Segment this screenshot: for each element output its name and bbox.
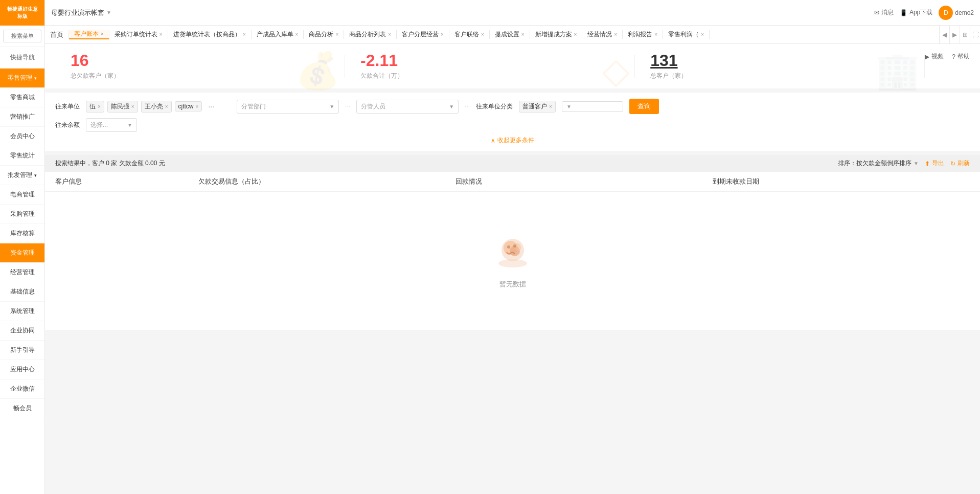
category-dropdown-icon: ▼ [566,104,572,109]
category-tags: 普通客户× [519,101,556,113]
sidebar-logo[interactable]: 畅捷通好生意 标版 [0,0,44,26]
tab-close-retail-profit[interactable]: × [701,32,704,37]
tab-product-analysis-list[interactable]: 商品分析列表× [344,30,397,39]
category-filter-select[interactable]: ▼ [562,101,623,112]
balance-filter-select[interactable]: 选择... ▼ [86,118,137,132]
dept-filter-select[interactable]: 分管部门 ▼ [237,100,339,114]
refresh-button[interactable]: ↻ 刷新 [950,159,970,168]
sidebar-item-finance[interactable]: 资金管理 [0,243,44,263]
tab-arrows: ◀ ▶ ⊞ ⛶ [939,26,980,44]
sidebar-item-inventory[interactable]: 库存核算 [0,224,44,243]
tab-fullscreen[interactable]: ⛶ [970,26,980,44]
user-menu[interactable]: D demo2 [939,6,974,20]
tab-retail-profit[interactable]: 零售利润（× [663,30,710,39]
tab-close-operations-status[interactable]: × [614,32,617,37]
tab-close-product-analysis-list[interactable]: × [388,32,391,37]
sidebar-item-ecommerce[interactable]: 电商管理 [0,185,44,205]
stats-actions: ▶ 视频 ? 帮助 [925,52,970,61]
sidebar-item-vip-member[interactable]: 畅会员 [0,399,44,418]
staff-filter-select[interactable]: 分管人员 ▼ [356,100,459,114]
collapse-button[interactable]: ∧ 收起更多条件 [55,136,970,145]
quick-nav-button[interactable]: 快捷导航 [3,51,41,64]
tab-list: 首页客户账本×采购订单统计表×进货单统计表（按商品）×产成品入库单×商品分析×商… [45,30,939,39]
table-header-col-1: 欠款交易信息（占比） [198,177,455,186]
sidebar-item-operations[interactable]: 经营管理 [0,263,44,282]
tab-home[interactable]: 首页 [45,30,69,39]
tab-customer-book[interactable]: 客户账本× [69,30,109,39]
tab-close-product-analysis[interactable]: × [335,32,338,37]
query-button[interactable]: 查询 [629,99,659,114]
unit-tag-close[interactable]: × [196,104,199,109]
sidebar-item-retail-mall[interactable]: 零售商城 [0,88,44,107]
sidebar-search-area: 搜索菜单 [0,26,44,47]
unit-filter-label: 往来单位 [55,102,80,111]
category-tag: 普通客户× [519,101,556,113]
tab-customer-segment[interactable]: 客户分层经营× [397,30,449,39]
tab-label-operations-status: 经营情况 [587,30,612,39]
tab-close-purchase-order-stats[interactable]: × [159,32,163,37]
tab-close-prompt-settings[interactable]: × [521,32,525,37]
sort-dropdown-icon: ▼ [914,161,919,166]
more-tags-icon[interactable]: ··· [208,102,214,110]
tab-customer-contact[interactable]: 客户联络× [449,30,490,39]
sort-select[interactable]: 排序：按欠款金额倒序排序 ▼ [838,159,919,168]
search-menu-button[interactable]: 搜索菜单 [3,30,41,42]
unit-tag-close[interactable]: × [165,104,168,109]
tab-close-new-solution[interactable]: × [574,32,577,37]
stat3-label: 总客户（家） [650,72,687,80]
export-button[interactable]: ⬆ 导出 [925,159,944,168]
amount-value: 0.00 [145,160,157,167]
tab-close-product-warehousing[interactable]: × [295,32,299,37]
tab-close-purchase-stats-product[interactable]: × [243,32,246,37]
stat-customers-debt: 💰 16 总欠款客户（家） [55,52,345,80]
unit-tag-close[interactable]: × [131,104,134,109]
topbar: 母婴行业演示帐套 ▼ ✉ 消息 📱 App下载 D demo2 [45,0,980,26]
tab-purchase-order-stats[interactable]: 采购订单统计表× [109,30,168,39]
account-name: 母婴行业演示帐套 [51,8,104,17]
message-button[interactable]: ✉ 消息 [874,8,894,17]
tab-close-customer-book[interactable]: × [101,31,104,37]
tab-profit-report[interactable]: 利润报告× [623,30,663,39]
staff-dropdown-icon: ▼ [449,104,454,109]
staff-placeholder: 分管人员 [361,102,385,111]
tab-operations-status[interactable]: 经营情况× [582,30,623,39]
tab-prev-arrow[interactable]: ◀ [939,26,949,44]
sidebar-item-retail-stats[interactable]: 零售统计 [0,146,44,166]
tab-label-customer-segment: 客户分层经营 [402,30,439,39]
tab-prompt-settings[interactable]: 提成设置× [490,30,530,39]
sidebar-item-new-guide[interactable]: 新手引导 [0,341,44,360]
tab-label-profit-report: 利润报告 [628,30,652,39]
tab-new-solution[interactable]: 新增提成方案× [530,30,583,39]
tab-close-profit-report[interactable]: × [654,32,657,37]
empty-state: 暂无数据 [45,192,980,330]
export-icon: ⬆ [925,160,930,167]
tab-product-warehousing[interactable]: 产成品入库单× [252,30,304,39]
sidebar-item-wholesale-mgmt[interactable]: 批发管理 ▾ [0,166,44,185]
divider1: ··· [345,103,350,110]
tab-expand-arrow[interactable]: ⊞ [960,26,970,44]
unit-tag-close[interactable]: × [98,104,101,109]
help-button[interactable]: ? 帮助 [952,52,970,61]
sidebar-item-purchase[interactable]: 采购管理 [0,205,44,224]
account-selector[interactable]: 母婴行业演示帐套 ▼ [51,8,111,17]
sidebar-item-member-center[interactable]: 会员中心 [0,127,44,146]
tab-close-customer-contact[interactable]: × [481,32,484,37]
sidebar-item-marketing[interactable]: 营销推广 [0,107,44,127]
message-icon: ✉ [874,9,879,16]
table-header: 客户信息欠款交易信息（占比）回款情况到期未收款日期 [45,172,980,192]
tab-purchase-stats-product[interactable]: 进货单统计表（按商品）× [168,30,252,39]
customer-count: 0 [106,160,109,167]
sidebar-item-basic-info[interactable]: 基础信息 [0,282,44,302]
tab-next-arrow[interactable]: ▶ [949,26,960,44]
sidebar-item-system-mgmt[interactable]: 系统管理 [0,302,44,321]
video-help-button[interactable]: ▶ 视频 [925,52,944,61]
app-download-button[interactable]: 📱 App下载 [900,8,932,17]
tab-close-customer-segment[interactable]: × [441,32,444,37]
sidebar-item-enterprise-coop[interactable]: 企业协同 [0,321,44,341]
sidebar-item-app-center[interactable]: 应用中心 [0,360,44,379]
unit-tag: 陈民强× [107,101,138,113]
sidebar-item-retail-mgmt[interactable]: 零售管理 ▾ [0,69,44,88]
category-tag-close[interactable]: × [549,104,552,109]
sidebar-item-enterprise-wechat[interactable]: 企业微信 [0,379,44,399]
tab-product-analysis[interactable]: 商品分析× [304,30,344,39]
